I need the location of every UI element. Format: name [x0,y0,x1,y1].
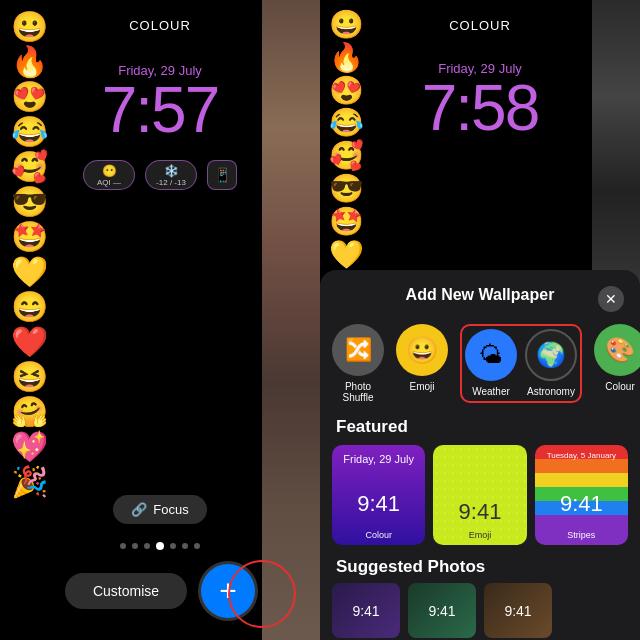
bottom-bar: Customise + [0,564,320,640]
photo-shuffle-icon: 🔀 [332,324,384,376]
widget-temp: ❄️ -12 / -13 [145,160,197,190]
fc-time-big-stripes: 9:41 [535,491,628,517]
dot-1 [120,543,126,549]
aqi-label: AQI — [97,178,121,187]
dot-3 [144,543,150,549]
colour-wallpaper-icon: 🎨 [594,324,640,376]
plus-icon: + [219,574,237,608]
right-panel: 😀 🔥 😍 😂 🥰 😎 🤩 💛 😄 ❤️ COLOUR Friday, 29 J… [320,0,640,640]
wp-label-weather: Weather [472,386,510,397]
phone-icon: 📱 [214,167,231,183]
wp-highlight-box: 🌤 Weather 🌍 Astronomy [460,324,582,403]
wp-option-colour[interactable]: 🎨 Colour [594,324,640,403]
focus-link-icon: 🔗 [131,502,147,517]
left-panel: 😀 🔥 😍 😂 🥰 😎 🤩 💛 😄 ❤️ 😆 🤗 💖 🎉 COLOUR Frid… [0,0,320,640]
temp-icon: ❄️ [164,164,179,178]
temp-label: -12 / -13 [156,178,186,187]
suggested-time-2: 9:41 [428,603,455,619]
wp-label-photo-shuffle: PhotoShuffle [343,381,374,403]
photo-strip-right [262,0,320,640]
wp-label-emoji: Emoji [409,381,434,392]
featured-row: Friday, 29 July 9:41 Colour 9:41 Emoji T… [320,445,640,555]
dot-2 [132,543,138,549]
emoji-wallpaper-icon: 😀 [396,324,448,376]
fc-label-colour: Colour [332,530,425,540]
colour-label-right: COLOUR [449,18,511,33]
featured-card-colour[interactable]: Friday, 29 July 9:41 Colour [332,445,425,545]
wallpaper-options-row: 🔀 PhotoShuffle 😀 Emoji 🌤 Weather 🌍 Ast [320,316,640,411]
right-time: 7:58 [422,76,539,140]
modal-header: Add New Wallpaper ✕ [320,286,640,316]
fc-time-big-emoji: 9:41 [433,499,526,525]
right-clock-area: Friday, 29 July 7:58 [422,61,539,140]
colour-label-left: COLOUR [129,18,191,33]
focus-label: Focus [153,502,188,517]
wp-option-photo-shuffle[interactable]: 🔀 PhotoShuffle [332,324,384,403]
dot-7 [194,543,200,549]
suggested-time-1: 9:41 [352,603,379,619]
emoji-strip-left: 😀 🔥 😍 😂 🥰 😎 🤩 💛 😄 ❤️ 😆 🤗 💖 🎉 [0,0,58,640]
fc-time-big-colour: 9:41 [332,491,425,517]
wp-option-weather[interactable]: 🌤 Weather [465,329,517,397]
fc-label-stripes: Stripes [535,530,628,540]
featured-card-emoji[interactable]: 9:41 Emoji [433,445,526,545]
suggested-card-1[interactable]: 9:41 [332,583,400,638]
dot-5 [170,543,176,549]
add-wallpaper-button[interactable]: + [201,564,255,618]
focus-pill[interactable]: 🔗 Focus [113,495,206,524]
fc-date-stripes: Tuesday, 5 January [535,451,628,460]
suggested-card-2[interactable]: 9:41 [408,583,476,638]
widget-aqi: 😶 AQI — [83,160,135,190]
astronomy-icon: 🌍 [525,329,577,381]
suggested-time-3: 9:41 [504,603,531,619]
suggested-card-3[interactable]: 9:41 [484,583,552,638]
wp-label-colour: Colour [605,381,634,392]
suggested-section-title: Suggested Photos [320,555,640,583]
modal-close-button[interactable]: ✕ [598,286,624,312]
wp-highlight-inner: 🌤 Weather 🌍 Astronomy [465,329,577,397]
fc-label-emoji: Emoji [433,530,526,540]
weather-icon: 🌤 [465,329,517,381]
dot-4-active [156,542,164,550]
modal-title: Add New Wallpaper [406,286,555,304]
widgets-row: 😶 AQI — ❄️ -12 / -13 📱 [83,160,237,190]
add-wallpaper-modal: Add New Wallpaper ✕ 🔀 PhotoShuffle 😀 Emo… [320,270,640,640]
wp-label-astronomy: Astronomy [527,386,575,397]
customise-button[interactable]: Customise [65,573,187,609]
left-clock-area: Friday, 29 July 7:57 [102,63,219,142]
dots-row [120,542,200,550]
featured-card-stripes[interactable]: Tuesday, 5 January 9:41 Stripes [535,445,628,545]
wp-option-emoji[interactable]: 😀 Emoji [396,324,448,403]
featured-section-title: Featured [320,411,640,445]
widget-phone: 📱 [207,160,237,190]
fc-time-colour: Friday, 29 July [332,453,425,465]
wp-option-astronomy[interactable]: 🌍 Astronomy [525,329,577,397]
suggested-row: 9:41 9:41 9:41 [320,583,640,638]
aqi-icon: 😶 [102,164,117,178]
left-time: 7:57 [102,78,219,142]
dot-6 [182,543,188,549]
